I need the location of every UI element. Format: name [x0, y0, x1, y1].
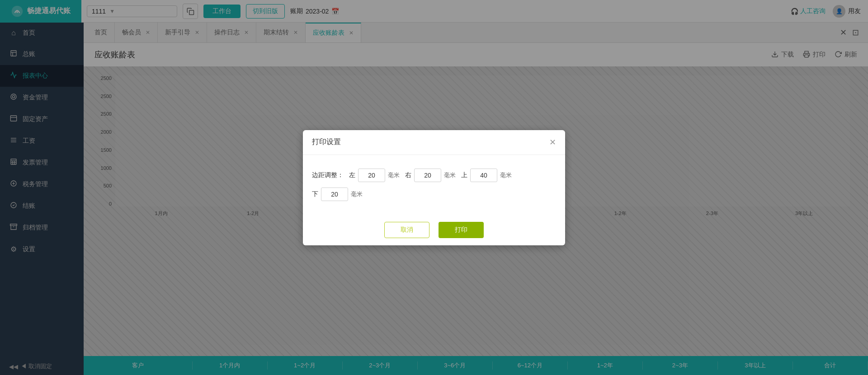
left-label: 左: [349, 171, 355, 179]
dialog-close-button[interactable]: ✕: [549, 137, 556, 147]
dialog-title: 打印设置: [312, 137, 341, 147]
right-unit: 毫米: [444, 171, 456, 179]
right-input[interactable]: [414, 169, 441, 182]
top-unit: 毫米: [500, 171, 512, 179]
cancel-button[interactable]: 取消: [384, 222, 429, 238]
dialog-footer: 取消 打印: [303, 215, 565, 245]
left-unit: 毫米: [388, 171, 400, 179]
dialog-body: 边距调整： 左 毫米 右 毫米 上 毫米 下: [303, 155, 565, 215]
margin-top-group: 上 毫米: [461, 169, 512, 182]
dialog-header: 打印设置 ✕: [303, 130, 565, 155]
top-input[interactable]: [470, 169, 497, 182]
margin-right-group: 右 毫米: [405, 169, 456, 182]
margin-bottom-group: 下 毫米: [312, 188, 363, 201]
print-settings-dialog: 打印设置 ✕ 边距调整： 左 毫米 右 毫米 上 毫米: [303, 130, 565, 245]
left-input[interactable]: [358, 169, 385, 182]
top-label: 上: [461, 171, 467, 179]
margin-label: 边距调整：: [312, 171, 344, 179]
right-label: 右: [405, 171, 411, 179]
bottom-input[interactable]: [321, 188, 348, 201]
bottom-label: 下: [312, 190, 318, 198]
bottom-unit: 毫米: [351, 190, 363, 198]
print-button[interactable]: 打印: [439, 222, 484, 238]
margin-row: 边距调整： 左 毫米 右 毫米 上 毫米 下: [312, 169, 556, 201]
margin-left-group: 左 毫米: [349, 169, 400, 182]
dialog-overlay: 打印设置 ✕ 边距调整： 左 毫米 右 毫米 上 毫米: [0, 0, 868, 375]
